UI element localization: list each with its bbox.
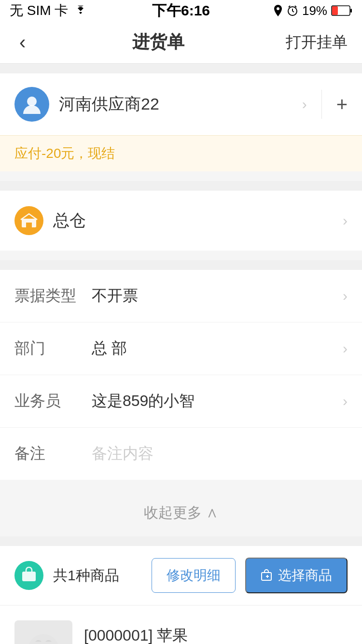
product-count-icon	[14, 561, 43, 590]
warehouse-card: 总仓 ›	[0, 191, 362, 251]
svg-line-2	[292, 11, 294, 12]
carrier-text: 无 SIM 卡	[10, 1, 68, 20]
salesperson-row[interactable]: 业务员 这是859的小智 ›	[0, 375, 362, 428]
warehouse-icon-bg	[14, 206, 43, 235]
separator-1	[0, 181, 362, 191]
salesperson-label: 业务员	[14, 391, 92, 412]
supplier-card: 河南供应商22 › + 应付-20元，现结	[0, 73, 362, 171]
status-time: 下午6:16	[152, 1, 210, 21]
add-supplier-button[interactable]: +	[336, 94, 348, 115]
form-card: 票据类型 不开票 › 部门 总 部 › 业务员 这是859的小智 › 备注 备注…	[0, 270, 362, 480]
svg-rect-4	[350, 9, 352, 13]
department-value: 总 部	[92, 338, 343, 359]
warehouse-name: 总仓	[53, 210, 343, 232]
product-header: 共1种商品 修改明细 选择商品	[0, 546, 362, 605]
remark-label: 备注	[14, 443, 92, 464]
remark-placeholder: 备注内容	[92, 443, 348, 464]
product-thumbnail	[14, 620, 72, 644]
department-label: 部门	[14, 338, 92, 359]
remark-row[interactable]: 备注 备注内容	[0, 428, 362, 480]
svg-rect-8	[26, 223, 32, 227]
open-pending-button[interactable]: 打开挂单	[286, 32, 348, 53]
separator-3	[0, 536, 362, 546]
top-separator	[0, 64, 362, 73]
nav-bar: ‹ 进货单 打开挂单	[0, 21, 362, 64]
separator-2	[0, 260, 362, 270]
wifi-icon	[73, 5, 88, 16]
salesperson-value: 这是859的小智	[92, 391, 343, 412]
supplier-row[interactable]: 河南供应商22 › +	[0, 73, 362, 135]
salesperson-chevron-icon: ›	[343, 393, 348, 409]
product-code: [0000001]	[84, 627, 153, 644]
divider	[321, 90, 322, 119]
select-product-label: 选择商品	[278, 566, 332, 585]
status-bar: 无 SIM 卡 下午6:16 19%	[0, 0, 362, 21]
svg-rect-5	[332, 6, 338, 15]
department-row[interactable]: 部门 总 部 ›	[0, 322, 362, 375]
product-name: [0000001] 苹果	[84, 625, 313, 644]
collapse-button[interactable]: 收起更多 ∧	[0, 490, 362, 536]
supplier-name: 河南供应商22	[59, 93, 302, 115]
supplier-avatar	[14, 87, 49, 122]
invoice-type-row[interactable]: 票据类型 不开票 ›	[0, 270, 362, 322]
location-icon	[273, 5, 283, 16]
supplier-chevron-icon: ›	[302, 96, 307, 112]
svg-rect-9	[22, 572, 36, 581]
cart-icon	[261, 569, 274, 582]
invoice-type-value: 不开票	[92, 285, 343, 307]
battery-icon	[331, 5, 352, 16]
product-info: [0000001] 苹果 ¥5 x 5千克 = ¥25	[84, 625, 313, 644]
product-count-text: 共1种商品	[53, 566, 142, 586]
select-product-button[interactable]: 选择商品	[245, 558, 348, 593]
invoice-type-label: 票据类型	[14, 285, 92, 307]
department-chevron-icon: ›	[343, 340, 348, 357]
product-title: 苹果	[157, 627, 188, 644]
product-more-button[interactable]: ···	[324, 635, 348, 644]
alarm-icon	[287, 5, 298, 16]
svg-point-6	[27, 97, 37, 106]
page-title: 进货单	[132, 30, 184, 54]
edit-detail-button[interactable]: 修改明细	[152, 558, 236, 593]
battery-text: 19%	[302, 3, 327, 18]
notice-bar: 应付-20元，现结	[0, 135, 362, 171]
warehouse-row[interactable]: 总仓 ›	[0, 191, 362, 251]
invoice-chevron-icon: ›	[343, 288, 348, 304]
notice-text: 应付-20元，现结	[14, 146, 115, 161]
warehouse-chevron-icon: ›	[343, 212, 348, 229]
svg-point-13	[28, 634, 59, 644]
product-item: [0000001] 苹果 ¥5 x 5千克 = ¥25 ···	[0, 606, 362, 644]
back-button[interactable]: ‹	[14, 27, 30, 58]
